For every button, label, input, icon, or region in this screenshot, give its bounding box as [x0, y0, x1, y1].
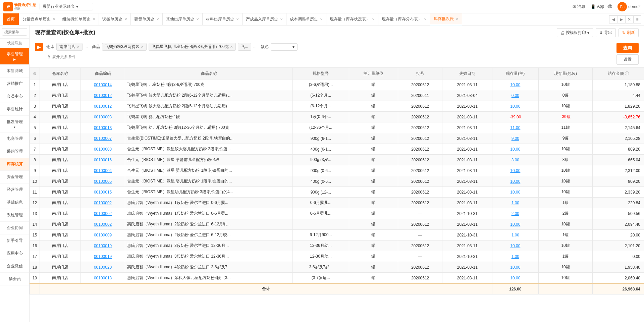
- tab-cheng-ben[interactable]: 成本调整单历史 ✕: [286, 13, 326, 25]
- cell-code[interactable]: 00100008: [80, 144, 125, 155]
- cell-qty-main[interactable]: 10.00: [492, 79, 538, 90]
- filter-expand-toggle[interactable]: ▶: [35, 43, 43, 51]
- tab-xian-cun-fen[interactable]: 现存量（库存分布表） ✕: [378, 13, 430, 25]
- tab-close-icon[interactable]: ✕: [156, 17, 159, 21]
- product-remove-icon[interactable]: ✕: [230, 45, 233, 49]
- sidebar-quick-nav[interactable]: 快捷导航: [0, 39, 29, 48]
- tab-close-icon[interactable]: ✕: [280, 17, 283, 21]
- messages-btn[interactable]: ✉ 消息: [573, 4, 585, 9]
- product-tag-2[interactable]: 飞...: [238, 43, 251, 51]
- cell-code[interactable]: 00100018: [80, 273, 125, 284]
- search-input[interactable]: [2, 28, 27, 36]
- cell-qty-main[interactable]: 10.00: [492, 273, 538, 284]
- tab-close-icon[interactable]: ✕: [53, 17, 55, 21]
- cell-code[interactable]: 00100012: [80, 101, 125, 112]
- product-tag-0[interactable]: 飞鹤奶粉3段两提装 ✕: [102, 43, 147, 51]
- cell-qty-main[interactable]: 0.00: [492, 90, 538, 101]
- cell-code[interactable]: 00100012: [80, 90, 125, 101]
- cell-qty-main[interactable]: 1.00: [492, 230, 538, 240]
- sidebar-item-guide[interactable]: 新手引导: [0, 234, 29, 247]
- tab-qi-ta-chu[interactable]: 其他出库单历史 ✕: [163, 13, 203, 25]
- sidebar-item-app-center[interactable]: 应用中心: [0, 247, 29, 260]
- sidebar-item-ecommerce[interactable]: 电商管理: [0, 132, 29, 145]
- cell-code[interactable]: 00100002: [80, 198, 125, 208]
- print-button[interactable]: 🖨 按模板打印 ▾: [557, 28, 593, 37]
- tab-close-icon[interactable]: ✕: [320, 17, 323, 21]
- cell-qty-main[interactable]: 11.00: [492, 122, 538, 133]
- tab-home[interactable]: 首页: [3, 13, 19, 25]
- product-tag-1[interactable]: 飞鹤星飞帆 儿童奶粉 4段(3-6岁适用) 700克 ✕: [149, 43, 236, 51]
- cell-qty-main[interactable]: 10.00: [492, 165, 538, 176]
- cell-code[interactable]: 00100002: [80, 208, 125, 219]
- expand-btn[interactable]: ⊻ 展开更多条件: [48, 54, 76, 60]
- tab-more[interactable]: ≡: [633, 15, 641, 23]
- sidebar-item-basic[interactable]: 基础信息: [0, 196, 29, 209]
- tab-close-icon[interactable]: ✕: [93, 17, 95, 21]
- tab-close-icon[interactable]: ✕: [196, 17, 199, 21]
- settings-icon[interactable]: ⚙: [33, 71, 37, 76]
- product-remove-icon[interactable]: ✕: [141, 45, 144, 49]
- sidebar-item-marketing[interactable]: 营销推广: [0, 77, 29, 90]
- filter-expand-more[interactable]: ⊻ 展开更多条件: [46, 53, 613, 61]
- tab-close-icon[interactable]: ✕: [124, 17, 127, 21]
- tab-close-icon[interactable]: ✕: [236, 17, 239, 21]
- warehouse-more-icon[interactable]: ···: [85, 45, 88, 49]
- warehouse-tag[interactable]: 南岸门店 ✕: [56, 43, 83, 51]
- cell-qty-main[interactable]: 10.00: [492, 144, 538, 155]
- cell-code[interactable]: 00100019: [80, 240, 125, 251]
- cell-qty-main[interactable]: 2.00: [492, 208, 538, 219]
- refresh-button[interactable]: ↻ 刷新: [619, 28, 639, 37]
- sidebar-item-business[interactable]: 经营管理: [0, 183, 29, 196]
- tab-diao-bo[interactable]: 调拨单历史 ✕: [99, 13, 131, 25]
- product-more-icon[interactable]: ···: [253, 45, 257, 49]
- cell-qty-main[interactable]: 9.00: [492, 133, 538, 144]
- tab-close-icon[interactable]: ✕: [372, 17, 375, 21]
- query-button[interactable]: 查询: [616, 43, 639, 53]
- tab-xian-cun-kuan[interactable]: 现存量（库存状况表） ✕: [326, 13, 378, 25]
- app-download-btn[interactable]: 📱 App下载: [591, 4, 612, 9]
- tab-yao-huo[interactable]: 要货单历史 ✕: [131, 13, 163, 25]
- cell-code[interactable]: 00100007: [80, 133, 125, 144]
- warehouse-remove-icon[interactable]: ✕: [77, 45, 79, 49]
- cell-qty-main[interactable]: 3.00: [492, 155, 538, 165]
- sidebar-item-retail-mgmt[interactable]: 零售管理 ▶: [0, 48, 29, 65]
- col-settings[interactable]: ⚙: [30, 68, 40, 79]
- cell-code[interactable]: 00100004: [80, 165, 125, 176]
- tab-fen-pan[interactable]: 分量盘点单历史 ✕: [19, 13, 59, 25]
- tab-cai-liao-chu[interactable]: 材料出库单历史 ✕: [203, 13, 243, 25]
- tab-close-icon[interactable]: ✕: [456, 17, 459, 21]
- color-dropdown[interactable]: ▾: [271, 43, 298, 51]
- sidebar-item-purchase[interactable]: 采购管理: [0, 145, 29, 158]
- tab-prev-arrow[interactable]: ◀: [609, 15, 617, 23]
- tab-close-all[interactable]: ✕: [625, 15, 633, 23]
- sidebar-item-retail-stats[interactable]: 零售统计: [0, 103, 29, 116]
- cell-code[interactable]: 00100005: [80, 176, 125, 187]
- cell-qty-main[interactable]: 10.00: [492, 240, 538, 251]
- cell-qty-main[interactable]: 10.00: [492, 262, 538, 273]
- sidebar-item-company[interactable]: 企业协同: [0, 222, 29, 234]
- cell-qty-main[interactable]: 1.00: [492, 251, 538, 262]
- cell-code[interactable]: 00100019: [80, 251, 125, 262]
- tab-close-icon[interactable]: ✕: [424, 17, 427, 21]
- export-button[interactable]: ⬇ 导出: [596, 28, 616, 37]
- cell-code[interactable]: 00100003: [80, 112, 125, 122]
- tab-zu-chai[interactable]: 组装拆卸单历史 ✕: [59, 13, 99, 25]
- cell-code[interactable]: 00100015: [80, 187, 125, 198]
- sidebar-item-system[interactable]: 系统管理: [0, 209, 29, 222]
- sidebar-item-inventory[interactable]: 库存核算: [0, 158, 29, 171]
- cell-qty-main[interactable]: 10.00: [492, 219, 538, 230]
- cell-code[interactable]: 00100002: [80, 219, 125, 230]
- cell-code[interactable]: 00100013: [80, 122, 125, 133]
- tab-chan-pin-ru[interactable]: 产成品入库单历史 ✕: [243, 13, 286, 25]
- cell-code[interactable]: 00100016: [80, 155, 125, 165]
- user-profile[interactable]: Ea demo2: [618, 2, 641, 11]
- cell-code[interactable]: 00100009: [80, 230, 125, 240]
- cell-qty-main[interactable]: -39.00: [492, 112, 538, 122]
- cell-qty-main[interactable]: 10.00: [492, 176, 538, 187]
- sidebar-item-member2[interactable]: 畅会员: [0, 273, 29, 285]
- cell-qty-main[interactable]: 1.00: [492, 198, 538, 208]
- sidebar-item-wholesale[interactable]: 批发管理 ▾: [0, 116, 29, 132]
- workspace-selector[interactable]: 母婴行业演示账套 ▾: [40, 3, 93, 10]
- settings-button[interactable]: 设置: [616, 54, 639, 65]
- tab-pi-ci[interactable]: 库存批次账 ✕: [430, 13, 462, 25]
